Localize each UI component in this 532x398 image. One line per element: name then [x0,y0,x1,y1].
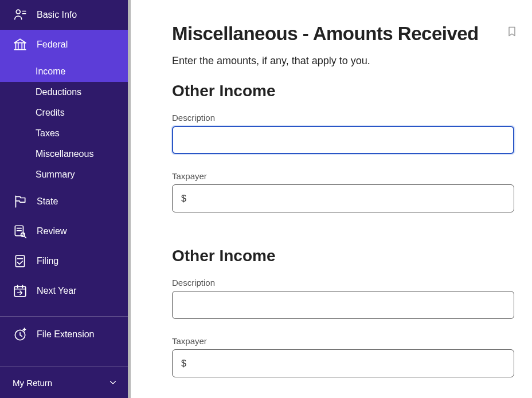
sidebar-item-file-extension[interactable]: File Extension [0,317,131,352]
sidebar-item-label: Taxes [36,128,60,138]
flag-icon [13,194,28,209]
form-group-description-1: Description [172,278,521,319]
sidebar-item-label: Summary [36,170,75,179]
taxpayer-amount-input[interactable] [172,184,514,212]
sidebar-item-label: Deductions [36,87,81,97]
sidebar-item-label: State [37,196,58,207]
filing-icon [13,254,28,269]
sidebar-item-label: Basic Info [37,10,77,20]
sidebar-item-label: File Extension [37,329,95,340]
subnav-item-summary[interactable]: Summary [0,164,131,187]
sidebar-item-label: Credits [36,108,65,117]
federal-subnav: Income Deductions Credits Taxes Miscella… [0,60,131,187]
calendar-forward-icon [13,283,28,298]
sidebar-item-label: Miscellaneous [36,149,93,159]
form-group-taxpayer-1: Taxpayer $ [172,336,521,377]
my-return-label: My Return [13,378,52,388]
sidebar-item-label: Federal [37,40,68,50]
government-building-icon [13,37,28,52]
sidebar-item-label: Income [36,66,65,76]
clock-add-icon [13,327,28,342]
sidebar-item-next-year[interactable]: Next Year [0,276,131,306]
svg-rect-15 [15,255,24,267]
field-label: Description [172,278,521,287]
review-icon [13,224,28,239]
sidebar-item-review[interactable]: Review [0,216,131,246]
field-label: Description [172,113,521,123]
sidebar-item-label: Review [37,226,66,237]
my-return-toggle[interactable]: My Return [0,367,131,398]
section-heading: Other Income [172,82,521,100]
subnav-item-deductions[interactable]: Deductions [0,82,131,103]
svg-line-14 [25,237,26,238]
subnav-item-credits[interactable]: Credits [0,103,131,123]
subnav-item-taxes[interactable]: Taxes [0,123,131,144]
main-content: Miscellaneous - Amounts Received Enter t… [131,0,532,398]
chevron-down-icon [108,377,118,388]
description-input[interactable] [172,126,514,154]
subnav-item-miscellaneous[interactable]: Miscellaneous [0,144,131,164]
sidebar-item-basic-info[interactable]: Basic Info [0,0,131,30]
bookmark-icon[interactable] [506,26,518,37]
form-group-taxpayer-0: Taxpayer $ [172,171,521,212]
taxpayer-amount-input[interactable] [172,349,514,377]
sidebar-item-label: Filing [37,256,58,266]
description-input[interactable] [172,291,514,319]
field-label: Taxpayer [172,336,521,346]
svg-point-0 [16,10,20,14]
sidebar: Basic Info Federal Income [0,0,131,398]
person-icon [13,7,28,22]
section-heading: Other Income [172,247,521,265]
page-title: Miscellaneous - Amounts Received [172,23,521,45]
field-label: Taxpayer [172,171,521,181]
sidebar-item-label: Next Year [37,286,76,296]
sidebar-item-federal[interactable]: Federal [0,30,131,60]
sidebar-item-filing[interactable]: Filing [0,246,131,276]
subnav-item-income[interactable]: Income [0,60,131,82]
sidebar-item-state[interactable]: State [0,187,131,216]
form-group-description-0: Description [172,113,521,154]
page-subtitle: Enter the amounts, if any, that apply to… [172,55,521,67]
